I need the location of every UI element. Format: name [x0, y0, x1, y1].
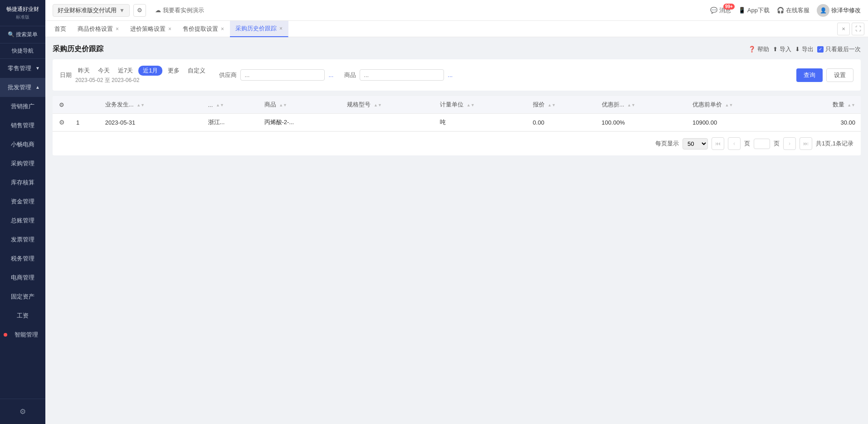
- date-option-1month[interactable]: 近1月: [138, 66, 162, 76]
- tab-purchase-history-close[interactable]: ×: [279, 25, 283, 32]
- sidebar-item-ecommerce-small[interactable]: 小畅电商: [0, 135, 45, 154]
- topbar-settings-button[interactable]: ⚙: [133, 4, 146, 17]
- sidebar-item-ledger[interactable]: 总账管理: [0, 211, 45, 230]
- demo-link-text: 我要看实例演示: [163, 6, 204, 14]
- last-page-button[interactable]: ⏭: [800, 137, 812, 150]
- tab-price-close[interactable]: ×: [116, 26, 119, 32]
- date-option-custom[interactable]: 自定义: [185, 66, 208, 76]
- sidebar-item-wholesale[interactable]: 批发管理 ▲: [0, 78, 45, 97]
- demo-link[interactable]: ☁ 我要看实例演示: [155, 6, 204, 14]
- date-range-display: 2023-05-02 至 2023-06-02: [75, 77, 208, 84]
- prev-page-button[interactable]: ‹: [728, 137, 741, 150]
- sort-icon: ▲▼: [279, 103, 287, 107]
- sidebar-marketing-label: 营销推广: [4, 102, 42, 111]
- filter-settings-button[interactable]: 设置: [826, 68, 853, 82]
- table-header-spec[interactable]: 规格型号 ▲▼: [341, 96, 434, 114]
- tab-sale-price-close[interactable]: ×: [221, 26, 224, 32]
- table-header-goods[interactable]: 商品 ▲▼: [259, 96, 342, 114]
- sidebar-item-assets[interactable]: 固定资产: [0, 287, 45, 306]
- query-button[interactable]: 查询: [796, 68, 823, 82]
- gear-icon[interactable]: ⚙: [59, 101, 64, 108]
- import-icon: ⬆: [773, 46, 778, 53]
- sidebar-item-search[interactable]: 🔍 搜索菜单: [0, 26, 45, 43]
- page-label-after: 页: [774, 140, 780, 148]
- messages-button[interactable]: 💬 消息 99+: [710, 6, 731, 14]
- tab-purchase-history[interactable]: 采购历史价跟踪 ×: [230, 21, 288, 37]
- sidebar-item-marketing[interactable]: 营销推广: [0, 97, 45, 116]
- supplier-input[interactable]: [240, 69, 325, 81]
- tab-purchase-strategy-close[interactable]: ×: [168, 26, 171, 32]
- sidebar-item-sales[interactable]: 销售管理: [0, 116, 45, 135]
- filter-actions: 查询 设置: [796, 68, 853, 82]
- tab-purchase-strategy[interactable]: 进价策略设置 ×: [125, 21, 177, 37]
- table-header-quantity[interactable]: 数量 ▲▼: [792, 96, 861, 114]
- table-header-settings: ⚙: [53, 96, 71, 114]
- app-download-button[interactable]: 📱 App下载: [738, 6, 770, 14]
- tabs-maximize-button[interactable]: ⛶: [852, 23, 864, 35]
- sidebar-item-tax[interactable]: 税务管理: [0, 249, 45, 268]
- sidebar-item-invoice[interactable]: 发票管理: [0, 230, 45, 249]
- import-button[interactable]: ⬆ 导入: [773, 45, 791, 53]
- sidebar-inventory-label: 库存核算: [4, 178, 42, 187]
- table-header-biz-date[interactable]: 业务发生... ▲▼: [100, 96, 203, 114]
- export-label: 导出: [802, 45, 814, 53]
- supplier-more-button[interactable]: ...: [328, 72, 333, 78]
- row-unit-cell: 吨: [434, 114, 527, 131]
- sidebar-item-smart[interactable]: 智能管理: [0, 325, 45, 344]
- sidebar-sales-label: 销售管理: [4, 121, 42, 130]
- sidebar-quicknav-label: 快捷导航: [12, 48, 34, 54]
- table-header-discount[interactable]: 优惠折... ▲▼: [596, 96, 687, 114]
- date-options: 昨天 今天 近7天 近1月 更多 自定义: [75, 66, 208, 76]
- goods-input[interactable]: [360, 69, 444, 81]
- row-pre-discount-price: 10900.00: [692, 119, 717, 126]
- topbar-left: 好业财标准版交付试用 ▼ ⚙ ☁ 我要看实例演示: [53, 4, 204, 17]
- sidebar-item-finance[interactable]: 资金管理: [0, 192, 45, 211]
- per-page-select[interactable]: 50 100 200: [683, 138, 708, 149]
- next-page-button[interactable]: ›: [783, 137, 796, 150]
- row-settings-cell: ⚙: [53, 114, 71, 131]
- tab-home[interactable]: 首页: [49, 21, 72, 37]
- table-header-quote[interactable]: 报价 ▲▼: [527, 96, 596, 114]
- first-page-button[interactable]: ⏮: [712, 137, 724, 150]
- user-info[interactable]: 👤 徐泽华修改: [817, 4, 861, 17]
- sidebar-item-quick-nav[interactable]: 快捷导航: [0, 43, 45, 59]
- chevron-down-icon: ▼: [35, 66, 40, 71]
- app-edition: 标准版: [4, 14, 42, 20]
- only-last-checkbox[interactable]: 只看最后一次: [817, 45, 861, 53]
- online-service-button[interactable]: 🎧 在线客服: [777, 6, 809, 14]
- tabs-collapse-button[interactable]: ×: [837, 23, 850, 35]
- date-option-more[interactable]: 更多: [165, 66, 182, 76]
- sidebar-item-inventory[interactable]: 库存核算: [0, 173, 45, 192]
- gear-icon: ⚙: [137, 7, 142, 14]
- user-name: 徐泽华修改: [831, 6, 861, 14]
- date-option-7days[interactable]: 近7天: [115, 66, 136, 76]
- sidebar-settings-icon[interactable]: ⚙: [0, 404, 45, 419]
- sidebar-item-purchase[interactable]: 采购管理: [0, 154, 45, 173]
- page-number-input[interactable]: 1: [754, 139, 770, 149]
- checkbox-checked-icon: [817, 46, 824, 53]
- row-gear-icon[interactable]: ⚙: [59, 119, 65, 126]
- sidebar-bottom: ⚙: [0, 399, 45, 424]
- sort-icon: ▲▼: [216, 103, 224, 107]
- table-header-unit[interactable]: 计量单位 ▲▼: [434, 96, 527, 114]
- date-option-yesterday[interactable]: 昨天: [75, 66, 93, 76]
- sidebar-item-salary[interactable]: 工资: [0, 306, 45, 325]
- date-option-today[interactable]: 今天: [95, 66, 112, 76]
- tab-price[interactable]: 商品价格设置 ×: [72, 21, 125, 37]
- table-header-more[interactable]: ... ▲▼: [203, 96, 259, 114]
- sidebar-item-ecommerce[interactable]: 电商管理: [0, 268, 45, 287]
- table-header-pre-discount-price[interactable]: 优惠前单价 ▲▼: [687, 96, 792, 114]
- row-quantity-cell: 30.00: [792, 114, 861, 131]
- sort-icon: ▲▼: [847, 103, 855, 107]
- help-button[interactable]: ❓ 帮助: [748, 45, 769, 53]
- product-selector[interactable]: 好业财标准版交付试用 ▼: [53, 4, 130, 17]
- goods-more-button[interactable]: ...: [448, 72, 453, 78]
- filter-area: 日期 昨天 今天 近7天 近1月 更多 自定义 2023-05-02 至 202…: [53, 59, 861, 91]
- sidebar-item-retail[interactable]: 零售管理 ▼: [0, 59, 45, 78]
- page-actions: ❓ 帮助 ⬆ 导入 ⬇ 导出 只看最后一次: [748, 45, 861, 53]
- avatar: 👤: [817, 4, 829, 17]
- sort-icon: ▲▼: [547, 103, 556, 107]
- tab-sale-price[interactable]: 售价提取设置 ×: [177, 21, 230, 37]
- page-content: 采购历史价跟踪 ❓ 帮助 ⬆ 导入 ⬇ 导出 只看最后一次: [45, 37, 868, 424]
- export-button[interactable]: ⬇ 导出: [795, 45, 814, 53]
